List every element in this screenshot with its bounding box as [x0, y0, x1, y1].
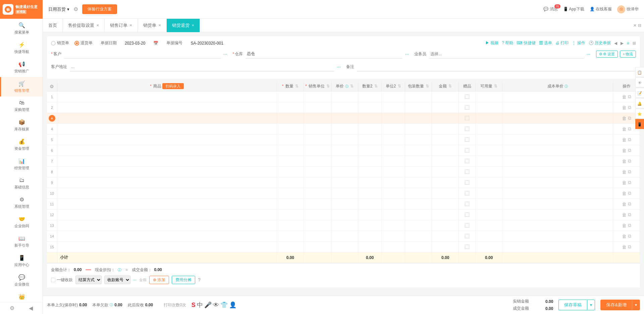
qty2-cell[interactable] — [358, 91, 382, 102]
select-btn[interactable]: ☰ 选单 — [539, 40, 552, 46]
sort-icon[interactable]: ⇅ — [448, 84, 452, 88]
message-btn[interactable]: 💬 消息 70 — [543, 6, 557, 12]
product-cell-input[interactable] — [57, 113, 277, 124]
gift-checkbox[interactable] — [465, 127, 469, 131]
settlement-method-select[interactable]: 结算方式 — [75, 275, 102, 284]
delete-icon[interactable]: 🗑 — [622, 126, 627, 132]
save-new-chevron-btn[interactable]: ▾ — [632, 300, 640, 310]
sidebar-item-collab[interactable]: 🤝 企业协同 — [0, 212, 43, 232]
delete-icon[interactable]: 🗑 — [622, 244, 627, 250]
taskbar-mic-icon[interactable]: 🎤 — [204, 301, 212, 309]
unit-price-cell[interactable] — [331, 113, 358, 124]
view-grid-icon[interactable]: ⊞ — [633, 41, 636, 46]
address-input[interactable] — [70, 62, 334, 71]
settings-btn[interactable]: ⚙ ⚙ 设置 — [596, 51, 618, 58]
unit2-cell[interactable] — [382, 102, 405, 113]
save-draft-chevron-btn[interactable]: ▾ — [587, 300, 595, 310]
add-row-btn[interactable]: + — [49, 115, 55, 122]
tab-close-icon[interactable]: ✕ — [192, 23, 194, 27]
sidebar-item-guide[interactable]: 📖 新手引导 — [0, 232, 43, 251]
calendar-icon[interactable]: 📅 — [153, 41, 158, 46]
sort-icon[interactable]: ⇅ — [426, 84, 429, 88]
tab-home[interactable]: 首页 — [43, 19, 63, 32]
tab-price-setting[interactable]: 售价提取设置 ✕ — [63, 19, 105, 32]
amount-cell[interactable] — [432, 113, 459, 124]
tab-sales-order[interactable]: 销售订单 ✕ — [105, 19, 138, 32]
delete-icon[interactable]: 🗑 — [622, 148, 627, 153]
quantity-cell[interactable] — [277, 91, 304, 102]
delete-icon[interactable]: 🗑 — [622, 191, 627, 196]
sort-icon[interactable]: ⇅ — [374, 84, 378, 88]
gift-checkbox[interactable] — [465, 180, 469, 185]
sales-unit-cell[interactable] — [304, 102, 331, 113]
customer-input[interactable] — [64, 49, 221, 59]
gift-cell[interactable] — [459, 91, 476, 102]
available-cell[interactable] — [476, 91, 502, 102]
sort-icon[interactable]: ⇅ — [295, 84, 299, 88]
gift-checkbox[interactable] — [465, 95, 469, 99]
delete-icon[interactable]: 🗑 — [622, 212, 627, 217]
gift-checkbox[interactable] — [465, 148, 469, 152]
qty2-cell[interactable] — [358, 102, 382, 113]
debt-info-icon[interactable]: ⓘ — [110, 303, 113, 307]
experience-btn[interactable]: 体验行业方案 — [82, 4, 117, 14]
logistics-btn[interactable]: + 物流 — [620, 51, 636, 58]
copy-icon[interactable]: ⧉ — [628, 180, 631, 185]
gift-checkbox[interactable] — [465, 105, 469, 110]
sort-icon[interactable]: ⇅ — [494, 84, 497, 88]
rfb-view[interactable]: 👁 — [635, 77, 644, 87]
sidebar-item-finance[interactable]: 💰 资金管理 — [0, 135, 43, 154]
product-input[interactable] — [59, 116, 275, 121]
copy-icon[interactable]: ⧉ — [628, 169, 631, 175]
radio-sales-bill[interactable]: 销货单 — [51, 40, 69, 46]
sidebar-item-system[interactable]: ⚙ 系统管理 — [0, 193, 43, 212]
unit-price-cell[interactable] — [331, 91, 358, 102]
rfb-miniapp[interactable]: 📱 — [635, 119, 644, 129]
gift-checkbox[interactable] — [465, 223, 469, 228]
copy-icon[interactable]: ⧉ — [628, 115, 631, 121]
history-btn[interactable]: 🕐 历史单据 — [589, 40, 611, 46]
cost-price-cell[interactable] — [502, 113, 613, 124]
rfb-star[interactable]: ⭐ — [635, 109, 644, 119]
help-btn[interactable]: ? 帮助 — [502, 40, 513, 46]
online-service-btn[interactable]: 👤 在线客服 — [590, 6, 612, 12]
sort-icon[interactable]: ⇅ — [398, 84, 401, 88]
delete-icon[interactable]: 🗑 — [622, 159, 627, 164]
account-dots-btn[interactable]: ··· — [133, 277, 137, 282]
customer-dots-btn[interactable]: ··· — [223, 51, 227, 57]
available-cell[interactable] — [476, 113, 502, 124]
pack-qty-cell[interactable] — [405, 102, 432, 113]
delete-icon[interactable]: 🗑 — [622, 234, 627, 239]
copy-icon[interactable]: ⧉ — [628, 137, 631, 142]
copy-icon[interactable]: ⧉ — [628, 126, 631, 132]
copy-icon[interactable]: ⧉ — [628, 244, 631, 250]
sidebar-item-wecom[interactable]: 💬 企业微信 — [0, 271, 43, 290]
gift-checkbox[interactable] — [465, 116, 469, 120]
rfb-copy[interactable]: 📋 — [635, 67, 644, 77]
nav-prev-icon[interactable]: ◀ — [614, 41, 617, 46]
save-new-btn[interactable]: 保存&新增 — [600, 300, 632, 310]
topbar-settings-icon[interactable]: ⚙ — [73, 6, 78, 12]
video-btn[interactable]: ▶ 视频 — [485, 40, 498, 46]
rfb-edit[interactable]: 📝 — [635, 88, 644, 98]
copy-icon[interactable]: ⧉ — [628, 147, 631, 153]
delete-icon[interactable]: 🗑 — [622, 201, 627, 207]
pack-qty-cell[interactable] — [405, 113, 432, 124]
tab-close-all-icon[interactable]: ✕ — [633, 23, 637, 28]
delete-icon[interactable]: 🗑 — [622, 137, 627, 142]
cost-price-cell[interactable] — [502, 102, 613, 113]
table-gear-icon[interactable]: ⚙ — [50, 84, 54, 89]
gift-checkbox[interactable] — [465, 234, 469, 238]
quantity-cell[interactable] — [277, 113, 304, 124]
sort-icon[interactable]: ⇅ — [350, 84, 354, 88]
print-btn[interactable]: 🖨 打印 — [555, 40, 569, 46]
one-click-pay-checkbox[interactable]: 一键收款 — [51, 277, 73, 283]
sidebar-item-apps[interactable]: 📱 应用中心 — [0, 251, 43, 271]
copy-icon[interactable]: ⧉ — [628, 105, 631, 110]
radio-return-bill[interactable]: 退货单 — [74, 40, 93, 46]
user-menu[interactable]: 徐 徐泽华 — [617, 5, 639, 13]
sidebar-item-purchase[interactable]: 🛍 采购管理 — [0, 97, 43, 116]
gift-checkbox[interactable] — [465, 191, 469, 195]
delete-icon[interactable]: 🗑 — [622, 169, 627, 175]
taskbar-tshirt-icon[interactable]: 👕 — [220, 301, 228, 309]
